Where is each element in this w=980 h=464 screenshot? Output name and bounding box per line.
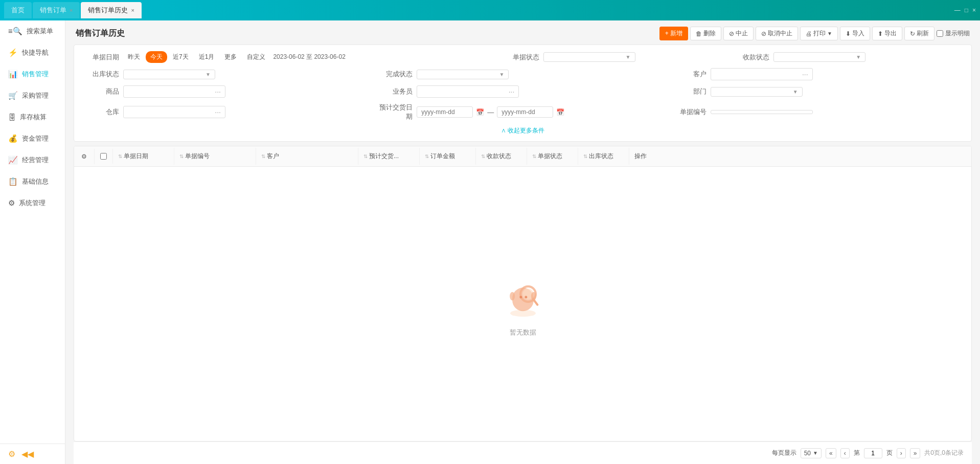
expected-delivery-end-input[interactable] [497,106,553,118]
th-amount[interactable]: ⇅ 订单金额 [420,148,476,165]
filter-row-1: 单据日期 昨天 今天 近7天 近1月 更多 自定义 2023-06-02 至 2… [82,51,963,63]
out-status-chevron-icon: ▼ [206,72,211,77]
print-button[interactable]: 🖨 打印 ▼ [800,27,838,40]
tab-sales-order-history[interactable]: 销售订单历史 × [81,2,141,18]
warehouse-label: 仓库 [82,107,123,117]
tab-home[interactable]: 首页 [4,2,32,18]
sort-out-status-icon: ⇅ [583,153,587,159]
goods-label: 商品 [82,87,123,96]
salesman-select[interactable]: ··· [417,85,519,98]
th-customer[interactable]: ⇅ 客户 [256,148,358,165]
th-pay-status[interactable]: ⇅ 收款状态 [476,148,527,165]
svg-point-7 [510,292,515,301]
delete-button[interactable]: 🗑 删除 [690,27,721,40]
sales-mgmt-icon: 📊 [8,70,18,79]
warehouse-select[interactable]: ··· [123,106,225,118]
total-info: 共0页,0条记录 [924,449,964,457]
tab-sales-order-history-close[interactable]: × [131,7,134,13]
last-page-button[interactable]: » [910,448,921,458]
sidebar-item-basic-info[interactable]: 📋 基础信息 [0,171,65,192]
department-control: ▼ [711,87,963,97]
prev-page-button[interactable]: ‹ [840,448,850,458]
out-status-select[interactable]: ▼ [123,70,215,79]
sidebar-item-purchase-mgmt[interactable]: 🛒 采购管理 [0,85,65,106]
sidebar-item-quick-nav[interactable]: ⚡ 快捷导航 [0,42,65,63]
date-btn-7days[interactable]: 近7天 [168,51,193,63]
refresh-button-label: 刷新 [917,29,929,38]
page-size-chevron-icon: ▼ [813,450,818,456]
tab-sales-order[interactable]: 销售订单 × [33,2,80,18]
export-icon: ⬆ [878,30,883,37]
payment-status-select[interactable]: ▼ [773,52,865,62]
window-controls: — □ × [954,7,976,14]
calendar-start-icon[interactable]: 📅 [476,108,484,116]
export-button[interactable]: ⬆ 导出 [872,27,902,40]
sidebar-collapse-icon[interactable]: ◀◀ [21,449,34,459]
minimize-btn[interactable]: — [954,7,961,14]
delete-icon: 🗑 [696,30,702,37]
page-number-input[interactable] [864,448,882,458]
sort-bill-status-icon: ⇅ [532,153,536,159]
bill-status-control: ▼ [543,52,733,62]
next-page-button[interactable]: › [897,448,906,458]
import-button[interactable]: ⬇ 导入 [840,27,870,40]
maximize-btn[interactable]: □ [965,7,968,14]
expected-delivery-start-input[interactable] [417,106,473,118]
date-btn-yesterday[interactable]: 昨天 [123,51,145,63]
sort-billno-icon: ⇅ [179,153,184,159]
delete-button-label: 删除 [703,29,716,38]
display-detail-checkbox[interactable] [937,30,943,37]
stop-button[interactable]: ⊘ 中止 [723,27,754,40]
print-chevron-icon: ▼ [827,31,832,36]
add-button[interactable]: + 新增 [659,27,688,40]
sidebar-item-fund-mgmt[interactable]: 💰 资金管理 [0,128,65,149]
date-btn-today[interactable]: 今天 [146,51,167,63]
date-label: 单据日期 [82,53,123,62]
collapse-row[interactable]: ∧ 收起更多条件 [82,126,963,135]
sidebar-item-inventory-check[interactable]: 🗄 库存核算 [0,106,65,128]
sidebar-item-sys-mgmt[interactable]: ⚙ 系统管理 [0,192,65,214]
top-bar: 首页 销售订单 × 销售订单历史 × — □ × [0,0,980,20]
close-btn[interactable]: × [972,7,976,14]
goods-select[interactable]: ··· [123,85,225,98]
th-check[interactable] [95,149,113,164]
department-select[interactable]: ▼ [711,87,803,97]
page-label-prefix: 第 [854,449,860,457]
page-size-select[interactable]: 50 ▼ [801,448,822,458]
th-date[interactable]: ⇅ 单据日期 [113,148,174,165]
salesman-dots-icon[interactable]: ··· [509,87,515,96]
first-page-button[interactable]: « [826,448,836,458]
salesman-control: ··· [417,85,669,98]
th-delivery[interactable]: ⇅ 预计交货... [358,148,420,165]
warehouse-dots-icon[interactable]: ··· [215,108,221,116]
cancel-stop-button[interactable]: ⊘ 取消中止 [756,27,798,40]
bill-status-select[interactable]: ▼ [543,52,635,62]
customer-select[interactable]: ··· [711,68,813,80]
th-bill-status[interactable]: ⇅ 单据状态 [527,148,578,165]
date-btn-custom[interactable]: 自定义 [242,51,270,63]
calendar-end-icon[interactable]: 📅 [556,108,564,116]
sidebar-item-inventory-check-label: 库存核算 [20,113,47,122]
th-out-status[interactable]: ⇅ 出库状态 [578,148,629,165]
tab-list: 首页 销售订单 × 销售订单历史 × [4,2,953,18]
sidebar-item-operation-mgmt[interactable]: 📈 经营管理 [0,149,65,171]
sidebar-settings-icon[interactable]: ⚙ [8,449,15,459]
date-btn-1month[interactable]: 近1月 [194,51,219,63]
th-delivery-label: 预计交货... [369,152,399,161]
bill-no-input[interactable] [711,110,813,114]
th-bill-status-label: 单据状态 [538,152,562,161]
complete-status-select[interactable]: ▼ [417,70,509,79]
select-all-checkbox[interactable] [100,153,107,160]
sidebar-item-sales-mgmt[interactable]: 📊 销售管理 [0,63,65,85]
sidebar-item-search-menu[interactable]: ≡🔍 搜索菜单 [0,20,65,42]
tab-sales-order-close[interactable]: × [70,7,73,13]
empty-text: 暂无数据 [510,328,536,337]
date-btn-more[interactable]: 更多 [220,51,241,63]
customer-dots-icon[interactable]: ··· [802,70,808,78]
goods-dots-icon[interactable]: ··· [215,87,221,96]
th-settings[interactable]: ⚙ [74,149,95,164]
sidebar-item-purchase-mgmt-label: 采购管理 [22,91,49,100]
content-area: 销售订单历史 + 新增 🗑 删除 ⊘ 中止 ⊘ 取消中止 🖨 [65,20,980,464]
th-billno[interactable]: ⇅ 单据编号 [174,148,256,165]
refresh-button[interactable]: ↻ 刷新 [904,27,935,40]
